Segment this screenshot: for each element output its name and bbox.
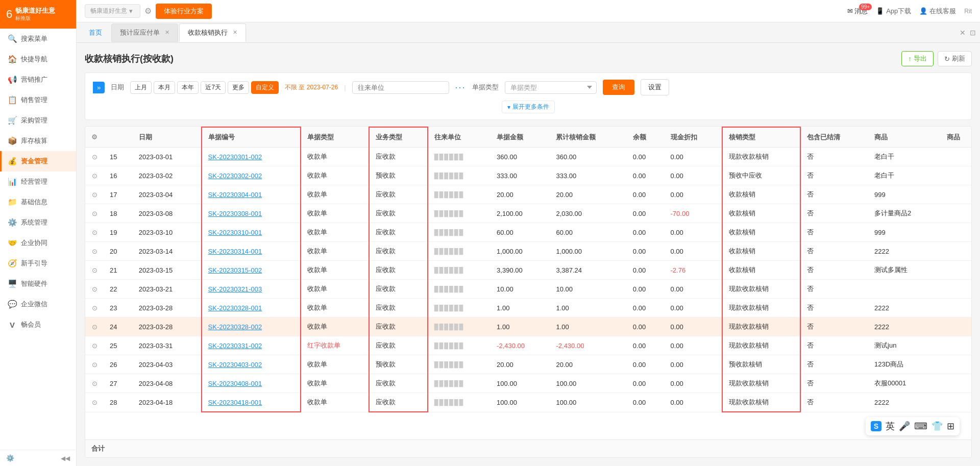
doc-no-link[interactable]: SK-20230308-001 — [208, 210, 262, 217]
row-goods2 — [941, 242, 971, 261]
doc-no-link[interactable]: SK-20230321-003 — [208, 285, 262, 293]
row-doc-no[interactable]: SK-20230408-001 — [202, 374, 301, 393]
tabbar-expand-icon[interactable]: ⊡ — [970, 29, 976, 37]
row-settings-icon[interactable]: ⊙ — [85, 261, 104, 280]
doc-no-link[interactable]: SK-20230310-001 — [208, 229, 262, 236]
filter-7days[interactable]: 近7天 — [201, 81, 226, 94]
receipt-type-select[interactable]: 单据类型 — [505, 81, 597, 94]
row-settings-icon[interactable]: ⊙ — [85, 299, 104, 317]
row-settings-icon[interactable]: ⊙ — [85, 223, 104, 242]
row-doc-no[interactable]: SK-20230315-002 — [202, 261, 301, 280]
doc-no-link[interactable]: SK-20230301-002 — [208, 153, 262, 161]
filter-toggle-button[interactable]: » — [93, 82, 105, 93]
col-settings[interactable]: ⚙ — [85, 127, 104, 148]
sidebar-item-operations[interactable]: 📊 经营管理 — [0, 171, 76, 192]
filter-this-month[interactable]: 本月 — [154, 81, 175, 94]
doc-no-link[interactable]: SK-20230331-002 — [208, 342, 262, 350]
sidebar-item-hardware[interactable]: 🖥️ 智能硬件 — [0, 274, 76, 294]
floating-mic-icon[interactable]: 🎤 — [899, 421, 910, 432]
row-cum-amount: 333.00 — [550, 166, 626, 185]
msg-button[interactable]: ✉ 消息 99+ — [847, 7, 868, 16]
row-doc-no[interactable]: SK-20230321-003 — [202, 280, 301, 299]
row-settings-icon[interactable]: ⊙ — [85, 336, 104, 355]
doc-no-link[interactable]: SK-20230315-002 — [208, 266, 262, 274]
query-button[interactable]: 查询 — [603, 80, 634, 95]
sidebar-settings-icon[interactable]: ⚙️ — [6, 454, 14, 462]
tab-payable-close[interactable]: ✕ — [165, 29, 169, 36]
row-doc-no[interactable]: SK-20230331-002 — [202, 336, 301, 355]
sidebar-item-inventory[interactable]: 📦 库存核算 — [0, 131, 76, 151]
tab-receivable-label: 收款核销执行 — [188, 28, 228, 37]
sidebar-item-finance[interactable]: 💰 资金管理 — [0, 151, 76, 171]
row-doc-no[interactable]: SK-20230304-001 — [202, 185, 301, 204]
counterpart-input[interactable] — [352, 81, 449, 94]
refresh-label: 刷新 — [952, 54, 965, 63]
row-doc-no[interactable]: SK-20230418-001 — [202, 393, 301, 412]
row-doc-no[interactable]: SK-20230308-001 — [202, 204, 301, 223]
tab-home[interactable]: 首页 — [81, 24, 110, 41]
tabbar-close-all-icon[interactable]: ✕ — [960, 29, 966, 37]
doc-no-link[interactable]: SK-20230302-002 — [208, 172, 262, 180]
row-settings-icon[interactable]: ⊙ — [85, 185, 104, 204]
row-settings-icon[interactable]: ⊙ — [85, 242, 104, 261]
filter-last-month[interactable]: 上月 — [130, 81, 152, 94]
col-row-num — [104, 127, 133, 148]
app-download-link[interactable]: 📱 App下载 — [876, 7, 911, 16]
counterpart-dots[interactable]: ··· — [455, 82, 466, 93]
sidebar-item-search[interactable]: 🔍 搜索菜单 — [0, 29, 76, 49]
row-doc-no[interactable]: SK-20230328-001 — [202, 299, 301, 317]
sidebar-item-sales[interactable]: 📋 销售管理 — [0, 90, 76, 110]
row-doc-no[interactable]: SK-20230314-001 — [202, 242, 301, 261]
doc-no-link[interactable]: SK-20230328-001 — [208, 304, 262, 312]
filter-this-year[interactable]: 本年 — [177, 81, 199, 94]
sidebar-item-wechat[interactable]: 💬 企业微信 — [0, 294, 76, 314]
tab-payable[interactable]: 预计应应付单 ✕ — [111, 23, 178, 42]
sidebar-item-member[interactable]: V 畅会员 — [0, 314, 76, 335]
row-settings-icon[interactable]: ⊙ — [85, 374, 104, 393]
topbar-gear-icon[interactable]: ⚙ — [144, 6, 152, 16]
row-settings-icon[interactable]: ⊙ — [85, 355, 104, 374]
table-scroll[interactable]: ⚙ 日期 单据编号 单据类型 业务类型 往来单位 单据金额 累计核销金额 余额 … — [85, 127, 971, 439]
expand-conditions-button[interactable]: ▾ 展开更多条件 — [502, 101, 555, 113]
sidebar-item-guide[interactable]: 🧭 新手引导 — [0, 253, 76, 274]
row-doc-no[interactable]: SK-20230301-002 — [202, 148, 301, 166]
row-doc-no[interactable]: SK-20230310-001 — [202, 223, 301, 242]
refresh-button[interactable]: ↻ 刷新 — [938, 51, 972, 66]
doc-no-link[interactable]: SK-20230328-002 — [208, 323, 262, 331]
row-doc-no[interactable]: SK-20230302-002 — [202, 166, 301, 185]
sidebar-collapse-icon[interactable]: ◀◀ — [61, 455, 70, 462]
tab-receivable-close[interactable]: ✕ — [233, 29, 237, 36]
floating-english-icon[interactable]: 英 — [886, 420, 895, 432]
sidebar-item-enterprise[interactable]: 🤝 企业协同 — [0, 233, 76, 253]
export-button[interactable]: ↑ 导出 — [901, 51, 934, 66]
floating-keyboard-icon[interactable]: ⌨ — [914, 421, 927, 432]
filter-custom[interactable]: 自定义 — [251, 81, 279, 94]
sidebar-item-system[interactable]: ⚙️ 系统管理 — [0, 212, 76, 233]
row-settings-icon[interactable]: ⊙ — [85, 280, 104, 299]
row-counterpart: ██████ — [428, 374, 491, 393]
row-settings-icon[interactable]: ⊙ — [85, 317, 104, 336]
row-doc-no[interactable]: SK-20230403-002 — [202, 355, 301, 374]
floating-grid-icon[interactable]: ⊞ — [947, 421, 954, 432]
doc-no-link[interactable]: SK-20230418-001 — [208, 399, 262, 406]
table-row: ⊙ 17 2023-03-04 SK-20230304-001 收款单 应收款 … — [85, 185, 971, 204]
row-settings-icon[interactable]: ⊙ — [85, 204, 104, 223]
online-service-link[interactable]: 👤 在线客服 — [919, 7, 956, 16]
setting-button[interactable]: 设置 — [641, 79, 669, 95]
doc-no-link[interactable]: SK-20230304-001 — [208, 191, 262, 199]
row-doc-no[interactable]: SK-20230328-002 — [202, 317, 301, 336]
floating-tshirt-icon[interactable]: 👕 — [932, 421, 943, 432]
sidebar-item-basic[interactable]: 📁 基础信息 — [0, 192, 76, 212]
sidebar-item-marketing[interactable]: 📢 营销推广 — [0, 69, 76, 90]
sidebar-item-shortcuts[interactable]: 🏠 快捷导航 — [0, 49, 76, 69]
industry-btn[interactable]: 体验行业方案 — [156, 4, 212, 19]
row-settings-icon[interactable]: ⊙ — [85, 393, 104, 412]
doc-no-link[interactable]: SK-20230408-001 — [208, 380, 262, 387]
row-settings-icon[interactable]: ⊙ — [85, 148, 104, 166]
filter-more[interactable]: 更多 — [228, 81, 249, 94]
doc-no-link[interactable]: SK-20230403-002 — [208, 361, 262, 369]
doc-no-link[interactable]: SK-20230314-001 — [208, 248, 262, 255]
row-settings-icon[interactable]: ⊙ — [85, 166, 104, 185]
tab-receivable[interactable]: 收款核销执行 ✕ — [179, 23, 246, 42]
sidebar-item-purchase[interactable]: 🛒 采购管理 — [0, 110, 76, 131]
